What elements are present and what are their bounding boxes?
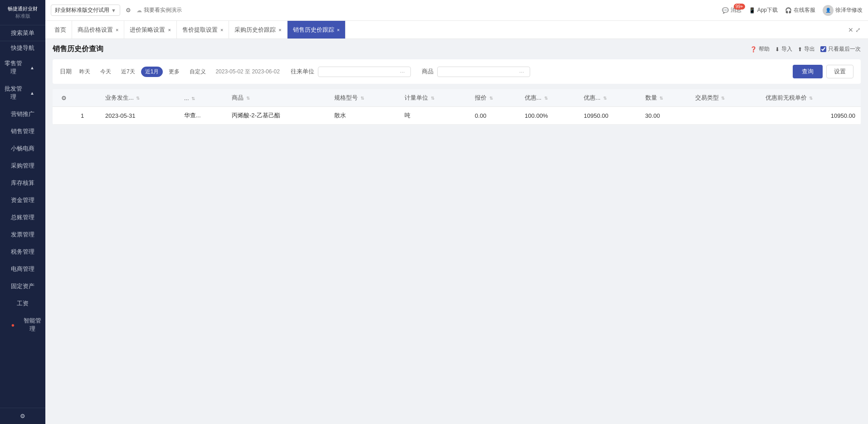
from-unit-input-wrap: ··· — [318, 67, 411, 77]
user-menu[interactable]: 👤 徐泽华修改 — [823, 5, 863, 16]
page-title: 销售历史价查询 — [53, 44, 103, 54]
product-label: 商品 — [422, 67, 434, 76]
date-label: 日期 — [60, 67, 72, 76]
maximize-panel-icon[interactable]: ⤢ — [855, 26, 861, 34]
app-download-btn[interactable]: 📱 App下载 — [749, 6, 778, 14]
row-business-date: 2023-05-31 — [100, 107, 179, 125]
notifications-btn[interactable]: 💬 消息 99+ — [722, 6, 741, 14]
only-last-input[interactable] — [820, 46, 826, 52]
wholesale-arrow: ▲ — [23, 91, 42, 96]
col-more[interactable]: ... ⇅ — [179, 89, 226, 107]
col-settings-icon[interactable]: ⚙ — [61, 95, 67, 101]
tab-home[interactable]: 首页 — [49, 21, 72, 39]
avatar: 👤 — [823, 5, 834, 16]
only-last-checkbox[interactable]: 只看最后一次 — [820, 45, 861, 53]
row-discount1: 100.00% — [519, 107, 578, 125]
main-content: 好业财标准版交付试用 ▼ ⚙ ☁ 我要看实例演示 💬 消息 99+ 📱 App下… — [45, 0, 868, 424]
col-transaction-type[interactable]: 交易类型 ⇅ — [690, 89, 760, 107]
row-more: 华查... — [179, 107, 226, 125]
tab-close-purchase-strategy[interactable]: × — [168, 27, 171, 33]
product-dots-btn[interactable]: ··· — [517, 68, 526, 75]
product-name: 好业财标准版交付试用 — [55, 6, 109, 14]
tabbar: 首页 商品价格设置 × 进价策略设置 × 售价提取设置 × 采购历史价跟踪 × … — [45, 21, 868, 39]
app-logo-version: 标准版 — [15, 13, 30, 19]
date-btn-1month[interactable]: 近1月 — [141, 67, 163, 77]
table-body: 1 2023-05-31 华查... 丙烯酸-2-乙基己酯 散水 吨 0.00 … — [53, 107, 861, 125]
sort-icon-discount1: ⇅ — [544, 96, 548, 101]
page-actions: ❓ 帮助 ⬇ 导入 ⬆ 导出 只看最后一次 — [750, 45, 861, 53]
sidebar-search[interactable]: 搜索菜单 — [0, 25, 45, 41]
product-selector[interactable]: 好业财标准版交付试用 ▼ — [51, 5, 120, 16]
row-unit: 吨 — [399, 107, 469, 125]
row-pre-tax-price: 10950.00 — [760, 107, 861, 125]
date-btn-today[interactable]: 今天 — [96, 67, 115, 77]
from-unit-filter-group: 往来单位 ··· — [291, 67, 411, 77]
topbar-actions: 💬 消息 99+ 📱 App下载 🎧 在线客服 👤 徐泽华修改 — [722, 5, 863, 16]
from-unit-label: 往来单位 — [291, 67, 314, 76]
date-btn-yesterday[interactable]: 昨天 — [75, 67, 94, 77]
sidebar-item-purchase[interactable]: 采购管理 — [0, 157, 45, 174]
tab-price-extract[interactable]: 售价提取设置 × — [177, 21, 229, 39]
online-service-btn[interactable]: 🎧 在线客服 — [785, 6, 815, 14]
tab-sales-history[interactable]: 销售历史价跟踪 × — [288, 21, 346, 39]
col-unit[interactable]: 计量单位 ⇅ — [399, 89, 469, 107]
col-product[interactable]: 商品 ⇅ — [226, 89, 329, 107]
data-table-container: ⚙ 业务发生... ⇅ ... ⇅ 商品 ⇅ — [53, 89, 861, 125]
row-discount2: 10950.00 — [578, 107, 639, 125]
from-unit-dots-btn[interactable]: ··· — [398, 68, 407, 75]
sidebar-item-wholesale[interactable]: 批发管理 ▲ — [0, 80, 45, 106]
product-filter-group: 商品 ··· — [422, 67, 530, 77]
tab-close-sales-history[interactable]: × — [337, 27, 340, 33]
mobile-icon: 📱 — [749, 7, 756, 14]
sidebar-item-payroll[interactable]: 工资 — [0, 295, 45, 312]
sidebar-item-ecommerce[interactable]: 电商管理 — [0, 260, 45, 278]
tab-product-price[interactable]: 商品价格设置 × — [72, 21, 124, 39]
topbar-settings-icon[interactable]: ⚙ — [124, 5, 133, 15]
col-discount1[interactable]: 优惠... ⇅ — [519, 89, 578, 107]
sidebar-quick-nav[interactable]: 快捷导航 — [0, 41, 45, 55]
filter-bar: 日期 昨天 今天 近7天 近1月 更多 自定义 2023-05-02 至 202… — [53, 59, 861, 84]
sidebar-item-inventory[interactable]: 库存核算 — [0, 174, 45, 192]
sidebar-item-invoice[interactable]: 发票管理 — [0, 226, 45, 243]
col-settings[interactable]: ⚙ — [53, 89, 75, 107]
demo-link[interactable]: ☁ 我要看实例演示 — [137, 6, 182, 14]
tab-close-product-price[interactable]: × — [116, 27, 118, 33]
tab-close-price-extract[interactable]: × — [220, 27, 223, 33]
import-icon: ⬇ — [775, 46, 780, 53]
col-business-date[interactable]: 业务发生... ⇅ — [100, 89, 179, 107]
sidebar-item-finance[interactable]: 资金管理 — [0, 192, 45, 209]
settings-icon: ⚙ — [20, 413, 25, 419]
import-btn[interactable]: ⬇ 导入 — [775, 45, 792, 53]
date-btn-custom[interactable]: 自定义 — [185, 67, 210, 77]
close-panel-icon[interactable]: ✕ — [848, 26, 853, 34]
sidebar-item-ecommerce-small[interactable]: 小畅电商 — [0, 140, 45, 157]
query-button[interactable]: 查询 — [793, 65, 823, 78]
date-btn-more[interactable]: 更多 — [165, 67, 184, 77]
sidebar-item-sales[interactable]: 销售管理 — [0, 123, 45, 140]
sort-icon-pre-tax-price: ⇅ — [809, 96, 813, 101]
sidebar-item-marketing[interactable]: 营销推广 — [0, 106, 45, 123]
notifications-badge: 99+ — [734, 4, 745, 10]
demo-cloud-icon: ☁ — [137, 7, 142, 14]
sidebar-settings-btn[interactable]: ⚙ — [0, 408, 45, 424]
smart-dot: ● — [4, 322, 22, 328]
tab-purchase-history[interactable]: 采购历史价跟踪 × — [229, 21, 287, 39]
sidebar-item-smart[interactable]: ● 智能管理 — [0, 312, 45, 337]
date-btn-7days[interactable]: 近7天 — [117, 67, 139, 77]
export-btn[interactable]: ⬆ 导出 — [798, 45, 815, 53]
sidebar-item-ledger[interactable]: 总账管理 — [0, 209, 45, 226]
product-input[interactable] — [441, 68, 517, 75]
sidebar-item-tax[interactable]: 税务管理 — [0, 243, 45, 260]
col-spec[interactable]: 规格型号 ⇅ — [329, 89, 399, 107]
col-pre-tax-price[interactable]: 优惠前无税单价 ⇅ — [760, 89, 861, 107]
sidebar-item-retail[interactable]: 零售管理 ▲ — [0, 55, 45, 80]
sidebar-item-assets[interactable]: 固定资产 — [0, 278, 45, 295]
col-discount2[interactable]: 优惠... ⇅ — [578, 89, 639, 107]
from-unit-input[interactable] — [322, 68, 398, 75]
tab-purchase-strategy[interactable]: 进价策略设置 × — [124, 21, 176, 39]
tab-close-purchase-history[interactable]: × — [278, 27, 281, 33]
settings-button[interactable]: 设置 — [826, 65, 853, 78]
help-btn[interactable]: ❓ 帮助 — [750, 45, 770, 53]
col-price[interactable]: 报价 ⇅ — [469, 89, 519, 107]
col-quantity[interactable]: 数量 ⇅ — [640, 89, 690, 107]
